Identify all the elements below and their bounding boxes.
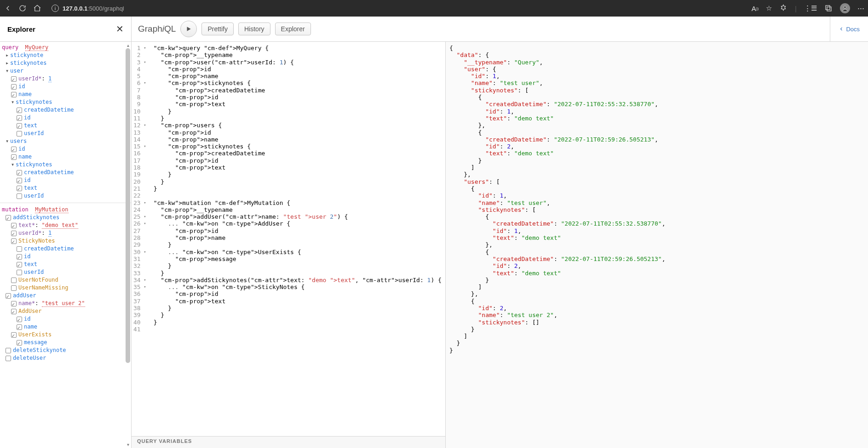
svg-rect-1: [827, 7, 831, 11]
scroll-up-icon[interactable]: ▴: [127, 43, 129, 48]
docs-button[interactable]: Docs: [830, 17, 862, 41]
graphiql-logo: GraphiQL: [138, 24, 176, 34]
read-aloud-icon[interactable]: A)): [752, 5, 759, 12]
url-bar[interactable]: i 127.0.0.1:5000/graphql: [47, 5, 746, 12]
home-icon[interactable]: [33, 4, 41, 12]
explorer-panel: Explorer ✕ query MyQuery▸stickynote▸stic…: [0, 17, 132, 448]
browser-bar: i 127.0.0.1:5000/graphql A)) ☆ | ⋮☰ ⋯: [0, 0, 868, 17]
explorer-tree[interactable]: query MyQuery▸stickynote▸stickynotes▾use…: [0, 42, 131, 364]
toolbar: GraphiQL Prettify History Explorer Docs: [132, 17, 868, 42]
back-icon[interactable]: [4, 4, 12, 12]
collections-icon[interactable]: [824, 4, 833, 12]
svg-point-2: [844, 6, 846, 8]
favorite-icon[interactable]: ☆: [766, 4, 772, 12]
close-icon[interactable]: ✕: [116, 23, 124, 34]
prettify-button[interactable]: Prettify: [201, 23, 234, 35]
svg-rect-0: [826, 6, 830, 10]
explorer-title: Explorer: [7, 25, 35, 33]
extensions-icon[interactable]: [779, 4, 788, 12]
query-variables-header[interactable]: QUERY VARIABLES: [132, 436, 445, 448]
query-editor[interactable]: 1234567891011121314151617181920212223242…: [132, 42, 445, 436]
history-button[interactable]: History: [238, 23, 270, 35]
chevron-left-icon: [839, 26, 844, 32]
favorites-bar-icon[interactable]: ⋮☰: [804, 4, 817, 12]
info-icon[interactable]: i: [52, 5, 59, 12]
more-icon[interactable]: ⋯: [857, 4, 864, 12]
scrollbar[interactable]: ▴ ▾: [125, 42, 131, 448]
result-viewer[interactable]: { "data": { "__typename": "Query", "user…: [446, 42, 868, 357]
run-button[interactable]: [180, 21, 197, 37]
profile-icon[interactable]: [840, 3, 850, 13]
explorer-button[interactable]: Explorer: [275, 23, 311, 35]
url-text: 127.0.0.1:5000/graphql: [63, 5, 124, 12]
refresh-icon[interactable]: [18, 4, 27, 12]
scroll-down-icon[interactable]: ▾: [127, 442, 129, 447]
